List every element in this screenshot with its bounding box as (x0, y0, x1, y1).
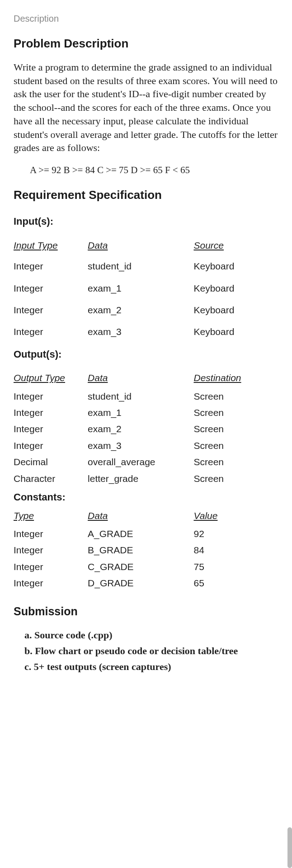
inputs-cell: Integer (14, 278, 88, 299)
constants-cell: A_GRADE (88, 526, 193, 542)
constants-cell: Integer (14, 575, 88, 591)
constants-cell: 92 (193, 526, 278, 542)
constants-row: IntegerD_GRADE65 (14, 575, 278, 591)
tab-description[interactable]: Description (14, 13, 278, 25)
outputs-cell: Integer (14, 405, 88, 421)
inputs-header-source: Source (193, 236, 278, 255)
inputs-table: Input Type Data Source Integerstudent_id… (14, 236, 278, 343)
inputs-cell: student_id (88, 255, 193, 277)
inputs-header-type: Input Type (14, 236, 88, 255)
outputs-cell: Screen (193, 405, 278, 421)
outputs-cell: letter_grade (88, 471, 193, 487)
requirement-specification-heading: Requirement Specification (14, 187, 278, 203)
inputs-header-data: Data (88, 236, 193, 255)
inputs-row: Integerexam_3Keyboard (14, 321, 278, 343)
inputs-cell: Keyboard (193, 299, 278, 321)
constants-cell: B_GRADE (88, 542, 193, 558)
inputs-cell: Integer (14, 255, 88, 277)
inputs-label: Input(s): (14, 215, 278, 228)
constants-header-data: Data (88, 506, 193, 526)
submission-item: b. Flow chart or pseudo code or decision… (24, 643, 278, 658)
constants-table: Type Data Value IntegerA_GRADE92IntegerB… (14, 506, 278, 592)
constants-cell: 84 (193, 542, 278, 558)
constants-cell: Integer (14, 526, 88, 542)
outputs-cell: student_id (88, 388, 193, 405)
constants-cell: D_GRADE (88, 575, 193, 591)
problem-description-body: Write a program to determine the grade a… (14, 61, 278, 155)
outputs-table: Output Type Data Destination Integerstud… (14, 368, 278, 486)
outputs-header-type: Output Type (14, 368, 88, 388)
constants-row: IntegerA_GRADE92 (14, 526, 278, 542)
outputs-label: Output(s): (14, 348, 278, 361)
outputs-cell: exam_2 (88, 421, 193, 437)
outputs-row: Integerexam_1Screen (14, 405, 278, 421)
outputs-header-data: Data (88, 368, 193, 388)
constants-label: Constants: (14, 491, 278, 504)
inputs-cell: exam_3 (88, 321, 193, 343)
submission-item: c. 5+ test outputs (screen captures) (24, 659, 278, 674)
outputs-cell: exam_1 (88, 405, 193, 421)
constants-header-value: Value (193, 506, 278, 526)
outputs-cell: Screen (193, 454, 278, 470)
problem-description-heading: Problem Description (14, 36, 278, 52)
outputs-cell: exam_3 (88, 438, 193, 454)
submission-item: a. Source code (.cpp) (24, 627, 278, 642)
inputs-cell: Keyboard (193, 278, 278, 299)
constants-cell: C_GRADE (88, 559, 193, 575)
inputs-cell: Integer (14, 299, 88, 321)
outputs-row: Decimaloverall_averageScreen (14, 454, 278, 470)
outputs-cell: Screen (193, 421, 278, 437)
outputs-cell: Decimal (14, 454, 88, 470)
constants-cell: Integer (14, 542, 88, 558)
submission-list: a. Source code (.cpp)b. Flow chart or ps… (14, 627, 278, 674)
outputs-cell: Screen (193, 388, 278, 405)
outputs-row: Integerexam_3Screen (14, 438, 278, 454)
outputs-cell: Screen (193, 438, 278, 454)
inputs-cell: Integer (14, 321, 88, 343)
outputs-cell: Integer (14, 421, 88, 437)
outputs-header-destination: Destination (193, 368, 278, 388)
inputs-row: Integerstudent_idKeyboard (14, 255, 278, 277)
inputs-cell: exam_1 (88, 278, 193, 299)
constants-row: IntegerC_GRADE75 (14, 559, 278, 575)
inputs-cell: Keyboard (193, 321, 278, 343)
inputs-cell: Keyboard (193, 255, 278, 277)
inputs-row: Integerexam_2Keyboard (14, 299, 278, 321)
constants-header-type: Type (14, 506, 88, 526)
inputs-row: Integerexam_1Keyboard (14, 278, 278, 299)
outputs-cell: overall_average (88, 454, 193, 470)
grade-cutoffs: A >= 92 B >= 84 C >= 75 D >= 65 F < 65 (30, 164, 278, 176)
outputs-row: Integerstudent_idScreen (14, 388, 278, 405)
outputs-cell: Integer (14, 438, 88, 454)
constants-row: IntegerB_GRADE84 (14, 542, 278, 558)
outputs-cell: Screen (193, 471, 278, 487)
constants-cell: Integer (14, 559, 88, 575)
inputs-cell: exam_2 (88, 299, 193, 321)
outputs-row: Integerexam_2Screen (14, 421, 278, 437)
constants-cell: 75 (193, 559, 278, 575)
outputs-row: Characterletter_gradeScreen (14, 471, 278, 487)
submission-heading: Submission (14, 604, 278, 619)
outputs-cell: Integer (14, 388, 88, 405)
constants-cell: 65 (193, 575, 278, 591)
outputs-cell: Character (14, 471, 88, 487)
